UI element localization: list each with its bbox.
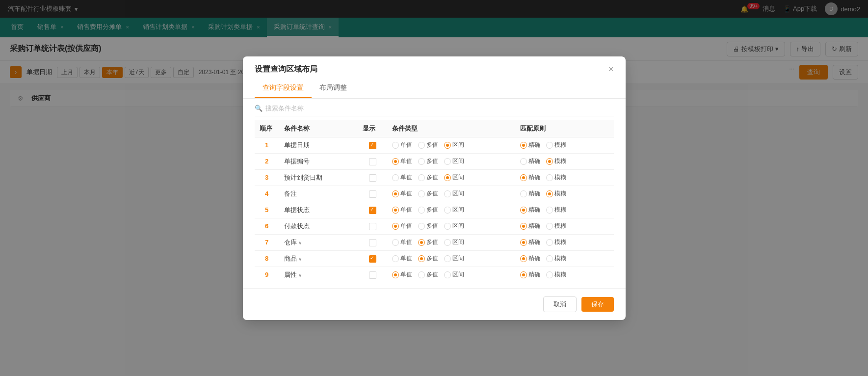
- radio-dot-exact: [520, 271, 527, 278]
- radio-label-multi: 多值: [426, 189, 438, 198]
- radio-option-exact[interactable]: 精确: [520, 141, 540, 149]
- radio-option-multi[interactable]: 多值: [418, 206, 438, 214]
- th-name: 条件名称: [279, 120, 358, 137]
- search-input[interactable]: [265, 105, 364, 112]
- radio-option-single[interactable]: 单值: [392, 141, 412, 149]
- radio-option-range[interactable]: 区间: [444, 206, 464, 214]
- radio-dot-multi: [418, 255, 425, 262]
- radio-option-multi[interactable]: 多值: [418, 173, 438, 182]
- radio-dot-fuzzy: [546, 158, 553, 165]
- row-dropdown-icon[interactable]: ∨: [298, 256, 302, 262]
- radio-dot-range: [444, 255, 451, 262]
- radio-option-range[interactable]: 区间: [444, 157, 464, 165]
- radio-option-fuzzy[interactable]: 模糊: [546, 206, 566, 214]
- radio-option-single[interactable]: 单值: [392, 189, 412, 198]
- radio-option-exact[interactable]: 精确: [520, 173, 540, 182]
- radio-option-range[interactable]: 区间: [444, 173, 464, 182]
- type-radio-group: 单值多值区间: [392, 141, 510, 149]
- row-type: 单值多值区间: [387, 186, 515, 202]
- row-show: [358, 218, 387, 234]
- radio-option-range[interactable]: 区间: [444, 270, 464, 279]
- radio-option-range[interactable]: 区间: [444, 222, 464, 230]
- radio-option-exact[interactable]: 精确: [520, 189, 540, 198]
- radio-option-exact[interactable]: 精确: [520, 238, 540, 246]
- radio-option-fuzzy[interactable]: 模糊: [546, 270, 566, 279]
- radio-label-fuzzy: 模糊: [554, 238, 566, 246]
- row-dropdown-icon[interactable]: ∨: [298, 272, 302, 278]
- radio-option-range[interactable]: 区间: [444, 238, 464, 246]
- modal-header: 设置查询区域布局 ×: [243, 56, 626, 75]
- radio-option-multi[interactable]: 多值: [418, 254, 438, 263]
- radio-option-single[interactable]: 单值: [392, 206, 412, 214]
- radio-option-multi[interactable]: 多值: [418, 222, 438, 230]
- radio-option-fuzzy[interactable]: 模糊: [546, 141, 566, 149]
- radio-dot-multi: [418, 223, 425, 230]
- row-checkbox[interactable]: [369, 142, 376, 149]
- radio-option-exact[interactable]: 精确: [520, 206, 540, 214]
- radio-label-multi: 多值: [426, 173, 438, 182]
- modal-body: 🔍 顺序 条件名称 显示 条件类型 匹配原则: [243, 99, 626, 288]
- radio-option-fuzzy[interactable]: 模糊: [546, 157, 566, 165]
- radio-dot-range: [444, 158, 451, 165]
- radio-option-exact[interactable]: 精确: [520, 157, 540, 165]
- radio-option-single[interactable]: 单值: [392, 157, 412, 165]
- radio-option-exact[interactable]: 精确: [520, 254, 540, 263]
- save-button[interactable]: 保存: [581, 297, 614, 312]
- row-show: [358, 234, 387, 250]
- radio-option-single[interactable]: 单值: [392, 173, 412, 182]
- radio-dot-fuzzy: [546, 239, 553, 246]
- radio-option-single[interactable]: 单值: [392, 222, 412, 230]
- row-checkbox[interactable]: [369, 207, 376, 214]
- radio-label-exact: 精确: [528, 222, 540, 230]
- radio-option-range[interactable]: 区间: [444, 254, 464, 263]
- row-show: [358, 186, 387, 202]
- radio-option-multi[interactable]: 多值: [418, 141, 438, 149]
- row-checkbox[interactable]: [369, 158, 376, 165]
- radio-option-fuzzy[interactable]: 模糊: [546, 254, 566, 263]
- row-checkbox[interactable]: [369, 271, 376, 279]
- radio-option-fuzzy[interactable]: 模糊: [546, 238, 566, 246]
- match-radio-group: 精确模糊: [520, 173, 609, 182]
- radio-dot-multi: [418, 190, 425, 197]
- row-type: 单值多值区间: [387, 137, 515, 153]
- radio-dot-exact: [520, 255, 527, 262]
- search-bar: 🔍: [255, 105, 614, 116]
- row-checkbox[interactable]: [369, 255, 376, 263]
- row-show: [358, 202, 387, 218]
- radio-dot-fuzzy: [546, 174, 553, 181]
- radio-option-multi[interactable]: 多值: [418, 189, 438, 198]
- radio-option-exact[interactable]: 精确: [520, 270, 540, 279]
- radio-option-multi[interactable]: 多值: [418, 238, 438, 246]
- radio-label-multi: 多值: [426, 206, 438, 214]
- modal-close-button[interactable]: ×: [608, 65, 614, 74]
- radio-option-fuzzy[interactable]: 模糊: [546, 189, 566, 198]
- radio-option-fuzzy[interactable]: 模糊: [546, 222, 566, 230]
- modal-tab-layout-adjust[interactable]: 布局调整: [312, 81, 355, 98]
- radio-label-fuzzy: 模糊: [554, 141, 566, 149]
- config-table-scroll: 顺序 条件名称 显示 条件类型 匹配原则 1单据日期单值多值区间精确模糊2单据编…: [255, 120, 614, 282]
- row-checkbox[interactable]: [369, 223, 376, 230]
- radio-option-single[interactable]: 单值: [392, 270, 412, 279]
- radio-dot-multi: [418, 239, 425, 246]
- radio-dot-multi: [418, 158, 425, 165]
- row-checkbox[interactable]: [369, 174, 376, 182]
- radio-option-multi[interactable]: 多值: [418, 157, 438, 165]
- radio-dot-fuzzy: [546, 271, 553, 278]
- radio-label-exact: 精确: [528, 173, 540, 182]
- row-name: 单据状态: [279, 202, 358, 218]
- row-dropdown-icon[interactable]: ∨: [298, 240, 302, 245]
- radio-option-fuzzy[interactable]: 模糊: [546, 173, 566, 182]
- row-checkbox[interactable]: [369, 239, 376, 246]
- cancel-button[interactable]: 取消: [543, 296, 577, 312]
- modal-tab-query-fields[interactable]: 查询字段设置: [255, 81, 312, 98]
- radio-option-multi[interactable]: 多值: [418, 270, 438, 279]
- radio-option-single[interactable]: 单值: [392, 254, 412, 263]
- row-checkbox[interactable]: [369, 190, 376, 198]
- radio-option-exact[interactable]: 精确: [520, 222, 540, 230]
- match-radio-group: 精确模糊: [520, 157, 609, 165]
- radio-option-range[interactable]: 区间: [444, 141, 464, 149]
- radio-label-fuzzy: 模糊: [554, 173, 566, 182]
- radio-option-range[interactable]: 区间: [444, 189, 464, 198]
- radio-option-single[interactable]: 单值: [392, 238, 412, 246]
- config-table-row: 8商品 ∨单值多值区间精确模糊: [255, 250, 614, 267]
